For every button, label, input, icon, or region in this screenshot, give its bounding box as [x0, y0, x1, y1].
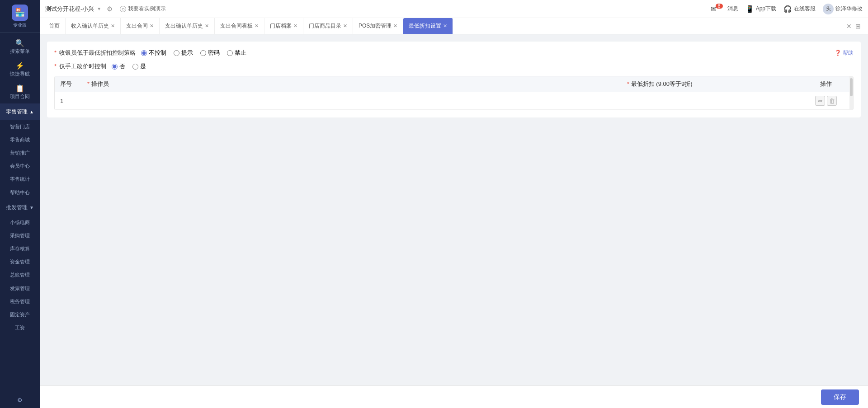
sidebar-item-marketing[interactable]: 营销推广 [0, 146, 40, 159]
project-name: 测试分开花程-小兴 [45, 5, 94, 13]
cell-action-1: ✏ 🗑 [808, 96, 844, 106]
sidebar-item-ecommerce[interactable]: 小畅电商 [0, 216, 40, 229]
settings-card: * 收银员低于最低折扣控制策略 不控制 提示 密码 [47, 42, 861, 117]
tab-pos-password[interactable]: POS加密管理 ✕ [353, 18, 403, 34]
tab-close-income-history[interactable]: ✕ [111, 23, 115, 29]
sidebar-nav: 🔍 搜索菜单 ⚡ 快捷导航 📋 项目合同 零售管理 ▲ 智营门店 零售商城 营销… [0, 33, 40, 392]
tab-close-board[interactable]: ✕ [255, 23, 259, 29]
sidebar-item-invoice[interactable]: 发票管理 [0, 282, 40, 295]
sidebar-item-retail[interactable]: 零售管理 ▲ [0, 103, 40, 120]
option-forbid[interactable]: 禁止 [227, 49, 246, 57]
topbar-user[interactable]: 头 徐泽华修改 [823, 4, 863, 14]
sidebar-item-tax[interactable]: 税务管理 [0, 295, 40, 308]
project-icon: 📋 [15, 84, 24, 93]
tab-payment-contract[interactable]: 支出合同 ✕ [121, 18, 160, 34]
footer-bar: 保存 [40, 385, 868, 408]
tab-income-history[interactable]: 收入确认单历史 ✕ [66, 18, 121, 34]
topbar-app-download[interactable]: 📱 App下载 [745, 5, 776, 13]
manual-control-row: * 仅手工改价时控制 否 是 [54, 62, 854, 70]
sidebar-item-wholesale[interactable]: 批发管理 ▼ [0, 199, 40, 216]
save-button[interactable]: 保存 [821, 389, 859, 405]
tab-close-min-discount[interactable]: ✕ [443, 23, 447, 29]
retail-arrow-icon: ▲ [29, 109, 34, 114]
sidebar-item-assets[interactable]: 固定资产 [0, 308, 40, 321]
download-icon: 📱 [745, 5, 754, 13]
sidebar-item-project[interactable]: 📋 项目合同 [0, 80, 40, 103]
sidebar-item-retailmall[interactable]: 零售商城 [0, 133, 40, 146]
sidebar-item-finance[interactable]: 资金管理 [0, 255, 40, 268]
table-row: 1 ✏ 🗑 [55, 92, 849, 110]
help-icon[interactable]: ❓ 帮助 [835, 49, 854, 57]
topbar-project-selector[interactable]: 测试分开花程-小兴 ▼ [45, 5, 101, 13]
cell-seq-1: 1 [60, 98, 87, 104]
content-area: * 收银员低于最低折扣控制策略 不控制 提示 密码 [40, 34, 868, 385]
topbar-demo[interactable]: ○ 我要看实例演示 [120, 5, 166, 13]
manual-option-yes[interactable]: 是 [132, 62, 146, 70]
option-prompt[interactable]: 提示 [174, 49, 193, 57]
table-header: 序号 * 操作员 * 最低折扣 (9.00等于9折) 操作 [55, 76, 849, 92]
sidebar-item-help[interactable]: 帮助中心 [0, 186, 40, 199]
col-operator: * 操作员 [87, 80, 627, 88]
col-action: 操作 [808, 80, 844, 88]
quicknav-icon: ⚡ [15, 61, 24, 70]
topbar-settings-icon[interactable]: ⚙ [107, 5, 113, 13]
table-main: 序号 * 操作员 * 最低折扣 (9.00等于9折) 操作 1 [55, 76, 849, 110]
sidebar-item-inventory[interactable]: 库存核算 [0, 242, 40, 255]
tab-close-store-archive[interactable]: ✕ [293, 23, 297, 29]
discount-control-label: * 收银员低于最低折扣控制策略 [54, 49, 136, 57]
topbar: 测试分开花程-小兴 ▼ ⚙ ○ 我要看实例演示 ✉ 8 消息 📱 App下载 🎧… [40, 0, 868, 18]
table-scrollbar[interactable] [849, 76, 853, 110]
manual-control-options: 否 是 [112, 62, 146, 70]
tab-close-store-product[interactable]: ✕ [343, 23, 347, 29]
demo-circle-icon: ○ [120, 6, 126, 12]
action-edit-btn[interactable]: ✏ [815, 96, 825, 106]
project-chevron-icon: ▼ [97, 6, 101, 11]
manual-control-label: * 仅手工改价时控制 [54, 62, 106, 70]
topbar-right: ✉ 8 消息 📱 App下载 🎧 在线客服 头 徐泽华修改 [711, 4, 863, 14]
sidebar-item-search[interactable]: 🔍 搜索菜单 [0, 35, 40, 58]
option-no-control[interactable]: 不控制 [141, 49, 166, 57]
tab-close-pos[interactable]: ✕ [393, 23, 397, 29]
sidebar-logo: 🏪 专业版 [0, 0, 40, 33]
tabbar: 首页 收入确认单历史 ✕ 支出合同 ✕ 支出确认单历史 ✕ 支出合同看板 ✕ 门… [40, 18, 868, 34]
action-delete-btn[interactable]: 🗑 [827, 96, 837, 106]
sidebar-item-member[interactable]: 会员中心 [0, 159, 40, 173]
user-avatar: 头 [823, 4, 834, 14]
topbar-messages[interactable]: ✉ 8 消息 [711, 5, 738, 13]
sidebar-item-retailstat[interactable]: 零售统计 [0, 173, 40, 186]
sidebar-item-ledger[interactable]: 总账管理 [0, 268, 40, 281]
service-icon: 🎧 [783, 5, 792, 13]
logo-text: 专业版 [13, 22, 27, 28]
tab-min-discount[interactable]: 最低折扣设置 ✕ [403, 18, 453, 34]
tab-payment-confirm-history[interactable]: 支出确认单历史 ✕ [160, 18, 215, 34]
sidebar-item-quicknav[interactable]: ⚡ 快捷导航 [0, 58, 40, 80]
wholesale-arrow-icon: ▼ [29, 205, 34, 210]
tab-expand-icon[interactable]: ⊞ [855, 23, 861, 30]
sidebar-settings[interactable]: ⚙ [0, 392, 40, 408]
col-seq: 序号 [60, 80, 87, 88]
main-area: 测试分开花程-小兴 ▼ ⚙ ○ 我要看实例演示 ✉ 8 消息 📱 App下载 🎧… [40, 0, 868, 408]
sidebar: 🏪 专业版 🔍 搜索菜单 ⚡ 快捷导航 📋 项目合同 零售管理 ▲ 智营门店 零… [0, 0, 40, 408]
logo-icon: 🏪 [12, 5, 28, 21]
col-discount: * 最低折扣 (9.00等于9折) [627, 80, 808, 88]
tab-home[interactable]: 首页 [43, 18, 66, 34]
manual-option-no[interactable]: 否 [112, 62, 125, 70]
discount-table: 序号 * 操作员 * 最低折扣 (9.00等于9折) 操作 1 [54, 76, 854, 110]
search-icon: 🔍 [15, 39, 24, 47]
sidebar-item-purchase[interactable]: 采购管理 [0, 229, 40, 242]
settings-icon: ⚙ [17, 397, 23, 403]
tab-store-archive[interactable]: 门店档案 ✕ [264, 18, 303, 34]
sidebar-item-salary[interactable]: 工资 [0, 321, 40, 334]
tab-payment-contract-board[interactable]: 支出合同看板 ✕ [215, 18, 264, 34]
tab-store-product[interactable]: 门店商品目录 ✕ [303, 18, 353, 34]
option-password[interactable]: 密码 [200, 49, 220, 57]
tab-close-all-icon[interactable]: ✕ [846, 23, 852, 30]
sidebar-item-smartshop[interactable]: 智营门店 [0, 120, 40, 133]
discount-control-row: * 收银员低于最低折扣控制策略 不控制 提示 密码 [54, 49, 854, 57]
topbar-online-service[interactable]: 🎧 在线客服 [783, 5, 816, 13]
table-scrollbar-thumb [850, 78, 853, 96]
tab-close-payment-confirm[interactable]: ✕ [205, 23, 209, 29]
discount-control-options: 不控制 提示 密码 禁止 [141, 49, 246, 57]
tab-close-payment-contract[interactable]: ✕ [150, 23, 154, 29]
tabbar-actions: ✕ ⊞ [843, 23, 864, 30]
